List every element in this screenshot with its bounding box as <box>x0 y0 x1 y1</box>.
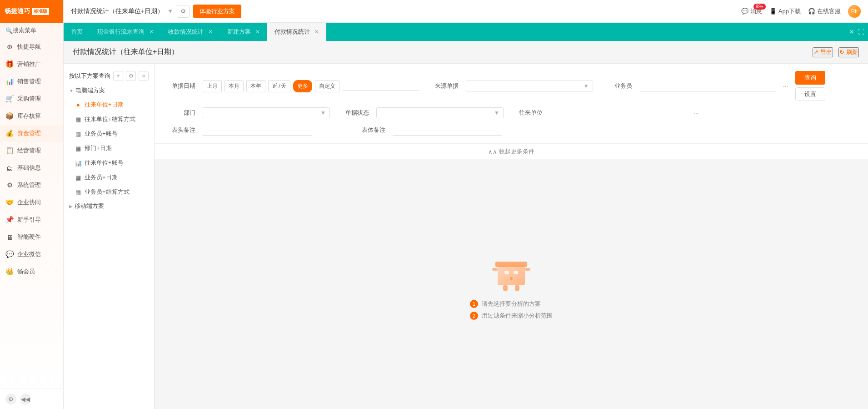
scheme-item-dept-date[interactable]: ▦ 部门+日期 <box>64 141 154 156</box>
tab-bank[interactable]: 现金银行流水查询 ✕ <box>90 23 161 41</box>
tab-label-home: 首页 <box>71 28 83 36</box>
scheme-item-counterpart-account[interactable]: 📊 往来单位+账号 <box>64 156 154 170</box>
refresh-btn[interactable]: ↻ 刷新 <box>838 47 859 57</box>
tab-close-receipt[interactable]: ✕ <box>208 29 213 35</box>
sidebar-item-member[interactable]: 👑 畅会员 <box>0 263 63 280</box>
empty-state: 1 请先选择要分析的方案 2 用过滤条件来缩小分析范围 <box>470 249 553 320</box>
app-download-btn[interactable]: 📱 App下载 <box>769 7 801 15</box>
scheme-item-counterpart-date[interactable]: ● 往来单位+日期 <box>64 97 154 112</box>
header-note-label: 表头备注 <box>164 126 195 134</box>
status-select[interactable]: ▼ <box>376 107 504 118</box>
sidebar-item-label-fund: 资金管理 <box>17 129 41 137</box>
tip-text-2: 用过滤条件来缩小分析范围 <box>482 312 553 320</box>
sidebar-item-icon-guide: 📌 <box>5 216 14 224</box>
message-btn[interactable]: 💬 消息 99+ <box>741 7 762 15</box>
tab-close-new[interactable]: ✕ <box>255 29 260 35</box>
custom-btn[interactable]: 自定义 <box>315 80 339 92</box>
tab-bar-actions: ✕ ⛶ <box>845 23 868 41</box>
collapse-sidebar-icon[interactable]: ◀◀ <box>20 394 31 404</box>
this-month-btn[interactable]: 本月 <box>224 80 244 92</box>
tab-bar: 首页 现金银行流水查询 ✕ 收款情况统计 ✕ 新建方案 ✕ 付款情况统计 ✕ ✕… <box>64 23 868 41</box>
top-bar-dropdown-icon[interactable]: ▼ <box>167 8 173 15</box>
add-scheme-btn[interactable]: + <box>113 71 123 81</box>
settings-icon[interactable]: ⚙ <box>5 394 16 404</box>
scheme-item-icon-counterpart-settlement: ▦ <box>75 116 82 123</box>
sidebar-item-inventory[interactable]: 📦 库存核算 <box>0 107 63 125</box>
sidebar-item-wechat[interactable]: 💬 企业微信 <box>0 246 63 263</box>
scheme-settings-btn[interactable]: ⚙ <box>126 71 136 81</box>
last-7days-btn[interactable]: 近7天 <box>268 80 290 92</box>
svg-rect-2 <box>504 271 509 274</box>
content-area: 按以下方案查询 + ⚙ « ▼ 电脑端方案 ● 往来单位+日期 ▦ 往来单位+结… <box>64 64 868 409</box>
sidebar-item-icon-base: 🗂 <box>5 164 14 172</box>
this-year-btn[interactable]: 本年 <box>246 80 265 92</box>
staff-input[interactable] <box>639 81 776 91</box>
data-area: 1 请先选择要分析的方案 2 用过滤条件来缩小分析范围 <box>155 159 868 409</box>
top-bar: 付款情况统计（往来单位+日期） ▼ ⚙ 体验行业方案 💬 消息 99+ 📱 Ap… <box>64 0 868 23</box>
collapse-filter-btn[interactable]: ∧∧ 收起更多条件 <box>155 143 868 159</box>
dept-select[interactable]: ▼ <box>203 107 330 118</box>
date-label: 单据日期 <box>164 82 195 90</box>
scheme-item-staff-account[interactable]: ▦ 业务员+账号 <box>64 126 154 141</box>
tab-close-payment[interactable]: ✕ <box>314 29 319 35</box>
more-btn[interactable]: 更多 <box>293 80 312 92</box>
app-label: App下载 <box>778 7 801 15</box>
sidebar-item-sales[interactable]: 📊 销售管理 <box>0 73 63 90</box>
sidebar-item-fund[interactable]: 💰 资金管理 <box>0 125 63 142</box>
sidebar-item-guide[interactable]: 📌 新手引导 <box>0 211 63 228</box>
scheme-item-icon-staff-account: ▦ <box>75 130 82 137</box>
sidebar-item-shortcut[interactable]: ⊕ 快捷导航 <box>0 38 63 56</box>
close-all-icon[interactable]: ✕ <box>849 28 854 35</box>
sidebar-item-operation[interactable]: 📋 经营管理 <box>0 142 63 159</box>
tab-new[interactable]: 新建方案 ✕ <box>220 23 267 41</box>
counterpart-input[interactable] <box>550 107 686 118</box>
source-dropdown-icon: ▼ <box>584 83 589 89</box>
scheme-group-title-1[interactable]: ▶ 移动端方案 <box>64 199 154 213</box>
user-avatar[interactable]: Rit <box>848 5 861 18</box>
panel-header: 按以下方案查询 + ⚙ « <box>64 68 154 84</box>
query-btn[interactable]: 查询 <box>795 71 825 85</box>
scheme-item-label-dept-date: 部门+日期 <box>85 144 112 152</box>
sidebar-item-marketing[interactable]: 🎁 营销推广 <box>0 56 63 73</box>
collapse-panel-btn[interactable]: « <box>139 71 149 81</box>
staff-more-icon[interactable]: ··· <box>783 82 788 90</box>
sidebar-item-cooperation[interactable]: 🤝 企业协同 <box>0 194 63 211</box>
date-range-input[interactable]: 2022-01-01 至 2022-12-31 <box>342 82 419 91</box>
tab-receipt[interactable]: 收款情况统计 ✕ <box>161 23 220 41</box>
svg-rect-6 <box>525 268 530 271</box>
page-actions: ↗ 导出 ↻ 刷新 <box>813 47 859 57</box>
sidebar-item-icon-cooperation: 🤝 <box>5 198 14 207</box>
source-select[interactable]: ▼ <box>466 81 593 91</box>
scheme-item-counterpart-settlement[interactable]: ▦ 往来单位+结算方式 <box>64 112 154 126</box>
sidebar-item-system[interactable]: ⚙ 系统管理 <box>0 177 63 194</box>
tab-close-bank[interactable]: ✕ <box>149 29 154 35</box>
tab-home[interactable]: 首页 <box>64 23 90 41</box>
sidebar-item-base[interactable]: 🗂 基础信息 <box>0 159 63 177</box>
export-btn[interactable]: ↗ 导出 <box>813 47 833 57</box>
sidebar-item-label-sales: 销售管理 <box>17 77 41 86</box>
scheme-item-label-staff-account: 业务员+账号 <box>85 130 118 138</box>
source-label: 来源单据 <box>427 82 459 90</box>
top-bar-gear-btn[interactable]: ⚙ <box>177 5 190 18</box>
service-icon: 🎧 <box>808 8 815 15</box>
sidebar-item-purchase[interactable]: 🛒 采购管理 <box>0 90 63 107</box>
scheme-item-label-staff-date: 业务员+日期 <box>85 173 118 182</box>
top-bar-title: 付款情况统计（往来单位+日期） <box>71 7 164 15</box>
scheme-item-staff-settlement[interactable]: ▦ 业务员+结算方式 <box>64 185 154 199</box>
trial-btn[interactable]: 体验行业方案 <box>193 5 241 18</box>
scheme-group-title-0[interactable]: ▼ 电脑端方案 <box>64 84 154 97</box>
sidebar-item-hardware[interactable]: 🖥 智能硬件 <box>0 228 63 246</box>
maximize-icon[interactable]: ⛶ <box>858 28 864 35</box>
logo: 畅捷通巧 标准版 <box>0 0 63 23</box>
scheme-item-icon-counterpart-account: 📊 <box>75 159 82 167</box>
filter-settings-btn[interactable]: 设置 <box>795 87 825 101</box>
scheme-item-staff-date[interactable]: ▦ 业务员+日期 <box>64 170 154 185</box>
service-btn[interactable]: 🎧 在线客服 <box>808 7 841 15</box>
last-month-btn[interactable]: 上月 <box>203 80 222 92</box>
counterpart-more-icon[interactable]: ··· <box>693 109 699 116</box>
header-note-input[interactable] <box>203 125 312 136</box>
tab-payment[interactable]: 付款情况统计 ✕ <box>267 23 326 41</box>
body-note-input[interactable] <box>393 125 502 136</box>
search-menu[interactable]: 🔍 搜索菜单 <box>0 23 63 38</box>
tip-num-1: 1 <box>470 300 478 308</box>
